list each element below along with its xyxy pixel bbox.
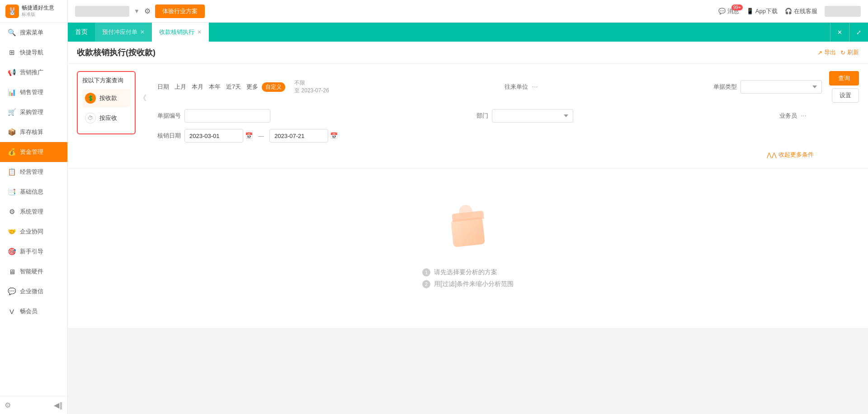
writeoff-date-label: 核销日期: [157, 132, 181, 140]
counterpart-label: 往来单位: [505, 83, 528, 91]
operations-label: 经营管理: [20, 168, 43, 176]
sidebar-footer: ⚙ ◀‖: [0, 396, 67, 414]
refresh-icon: ↻: [840, 49, 845, 56]
query-btn[interactable]: 查询: [829, 71, 859, 86]
tab-prepay-close[interactable]: ✕: [140, 29, 145, 35]
finance-label: 资金管理: [20, 148, 43, 156]
date-this-month[interactable]: 本月: [190, 82, 205, 92]
dept-label: 部门: [476, 112, 488, 120]
date-more[interactable]: 更多: [245, 82, 260, 92]
search-menu-icon: 🔍: [7, 28, 16, 37]
more-conditions-btn[interactable]: ⋀⋀ 收起更多条件: [767, 149, 814, 161]
staff-filter: 业务员 ···: [779, 112, 807, 120]
query-receivable-icon: ⏱: [85, 113, 96, 124]
date-last-month[interactable]: 上月: [173, 82, 188, 92]
online-service-btn[interactable]: 🎧 在线客服: [785, 7, 817, 15]
query-option-by-receipt[interactable]: 💲 按收款: [82, 89, 130, 107]
sidebar-item-basic-info[interactable]: 📑 基础信息: [0, 182, 67, 202]
tabbar-expand-btn[interactable]: ⤢: [849, 23, 868, 42]
writeoff-date-filter: 核销日期 📅 — 📅: [157, 129, 338, 143]
empty-state: 1 请先选择要分析的方案 2 用[过滤]条件来缩小分析范围: [68, 169, 868, 328]
export-btn[interactable]: ↗ 导出: [817, 48, 836, 57]
collapse-sidebar-icon[interactable]: ◀‖: [54, 401, 63, 409]
settings-btn[interactable]: 设置: [832, 88, 859, 103]
date-custom-tag[interactable]: 自定义: [262, 82, 285, 92]
tab-writeoff-close[interactable]: ✕: [197, 29, 202, 35]
message-badge: 99+: [731, 5, 743, 10]
sidebar-item-marketing[interactable]: 📢 营销推广: [0, 62, 67, 82]
user-account: [825, 6, 861, 17]
docno-label: 单据编号: [157, 112, 181, 120]
tab-writeoff[interactable]: 收款核销执行 ✕: [152, 23, 209, 42]
page-content: 收款核销执行(按收款) ↗ 导出 ↻ 刷新 按以下方案查询 💲: [68, 42, 868, 414]
sidebar-item-system[interactable]: ⚙ 系统管理: [0, 202, 67, 222]
sidebar-item-wechat[interactable]: 💬 企业微信: [0, 281, 67, 301]
tabbar: 首页 预付冲应付单 ✕ 收款核销执行 ✕ ✕ ⤢: [68, 23, 868, 42]
counterpart-dots[interactable]: ···: [532, 83, 538, 91]
sidebar: 🐰 畅捷通好生意 标准版 🔍 搜索菜单 ⊞ 快捷导航 📢 营销推广 📊 销售管理…: [0, 0, 68, 414]
cal-end-icon[interactable]: 📅: [330, 132, 338, 139]
staff-label: 业务员: [779, 112, 797, 120]
sidebar-nav: 🔍 搜索菜单 ⊞ 快捷导航 📢 营销推广 📊 销售管理 🛒 采购管理 📦 库存核…: [0, 23, 67, 396]
topbar-dropdown-icon[interactable]: ▼: [134, 8, 140, 14]
sidebar-item-search-menu[interactable]: 🔍 搜索菜单: [0, 23, 67, 43]
app-download-btn[interactable]: 📱 App下载: [746, 7, 778, 15]
sidebar-item-operations[interactable]: 📋 经营管理: [0, 162, 67, 182]
logo-text: 畅捷通好生意 标准版: [22, 5, 54, 18]
topbar-brand: [75, 6, 129, 17]
writeoff-date-start-input[interactable]: [184, 129, 243, 143]
date-7days[interactable]: 近7天: [224, 82, 243, 92]
wechat-icon: 💬: [7, 287, 16, 296]
cal-start-icon[interactable]: 📅: [245, 132, 253, 139]
refresh-btn[interactable]: ↻ 刷新: [840, 48, 859, 57]
date-filter: 日期 上月 本月 本年 近7天 更多 自定义: [157, 82, 285, 92]
date-separator: —: [258, 133, 264, 139]
tab-home[interactable]: 首页: [68, 23, 95, 42]
sales-label: 销售管理: [20, 88, 43, 96]
date-this-year[interactable]: 本年: [207, 82, 222, 92]
system-label: 系统管理: [20, 208, 43, 216]
member-label: 畅会员: [20, 307, 38, 315]
message-btn[interactable]: 💬 消息 99+: [718, 7, 739, 15]
query-panel: 按以下方案查询 💲 按收款 ⏱ 按应收: [77, 71, 136, 134]
tab-prepay[interactable]: 预付冲应付单 ✕: [95, 23, 152, 42]
basic-info-label: 基础信息: [20, 188, 43, 196]
sidebar-item-purchase[interactable]: 🛒 采购管理: [0, 102, 67, 122]
sidebar-item-sales[interactable]: 📊 销售管理: [0, 82, 67, 102]
finance-icon: 💰: [7, 148, 16, 157]
staff-dots[interactable]: ···: [801, 112, 807, 120]
query-receipt-icon: 💲: [85, 93, 96, 104]
dept-select[interactable]: [492, 109, 573, 123]
member-icon: V: [7, 307, 16, 316]
sidebar-item-guide[interactable]: 🎯 新手引导: [0, 242, 67, 262]
settings-icon[interactable]: ⚙: [5, 401, 11, 409]
sales-icon: 📊: [7, 88, 16, 97]
filter-row-2: 单据编号 部门 业务员 ···: [157, 109, 859, 123]
page-header-actions: ↗ 导出 ↻ 刷新: [817, 48, 859, 57]
export-icon: ↗: [817, 49, 822, 56]
sidebar-item-enterprise[interactable]: 🤝 企业协同: [0, 222, 67, 242]
tabbar-close-btn[interactable]: ✕: [830, 23, 849, 42]
enterprise-icon: 🤝: [7, 227, 16, 236]
logo-icon: 🐰: [5, 5, 19, 18]
collapse-panel-btn[interactable]: 《: [136, 94, 150, 103]
purchase-icon: 🛒: [7, 108, 16, 117]
sidebar-item-inventory[interactable]: 📦 库存核算: [0, 122, 67, 142]
quick-nav-label: 快捷导航: [20, 48, 43, 57]
search-area: 按以下方案查询 💲 按收款 ⏱ 按应收 《: [68, 64, 868, 168]
sidebar-item-finance[interactable]: 💰 资金管理: [0, 142, 67, 162]
sidebar-item-hardware[interactable]: 🖥 智能硬件: [0, 262, 67, 281]
topbar-gear-icon[interactable]: ⚙: [144, 7, 151, 15]
query-option-by-receivable[interactable]: ⏱ 按应收: [82, 109, 130, 127]
basic-info-icon: 📑: [7, 187, 16, 196]
writeoff-date-end-input[interactable]: [269, 129, 328, 143]
sidebar-item-member[interactable]: V 畅会员: [0, 301, 67, 321]
empty-text: 1 请先选择要分析的方案 2 用[过滤]条件来缩小分析范围: [422, 268, 514, 292]
doctype-label: 单据类型: [713, 83, 737, 91]
docno-input[interactable]: [184, 109, 270, 123]
sidebar-item-quick-nav[interactable]: ⊞ 快捷导航: [0, 43, 67, 62]
industry-btn[interactable]: 体验行业方案: [155, 5, 205, 18]
app-logo: 🐰 畅捷通好生意 标准版: [0, 0, 67, 23]
doctype-select[interactable]: [741, 80, 822, 94]
empty-hint-1: 1 请先选择要分析的方案: [422, 268, 514, 276]
